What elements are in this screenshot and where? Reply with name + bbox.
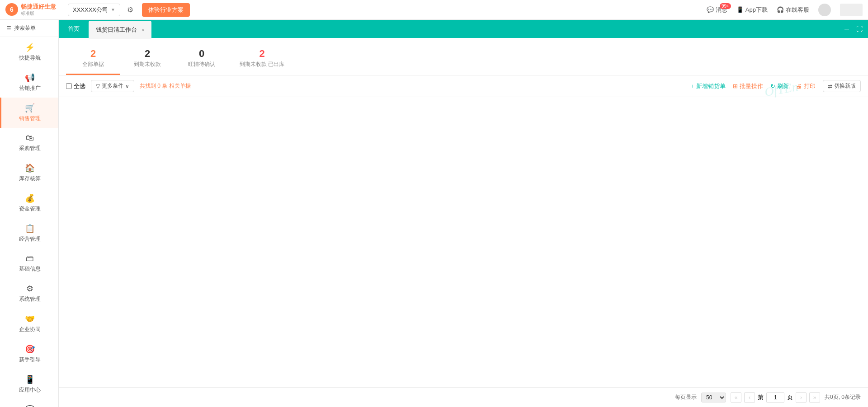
tab-active-label: 钱货日清工作台 bbox=[96, 26, 137, 34]
finance-icon: 💰 bbox=[25, 193, 35, 203]
stat-label-all: 全部单据 bbox=[77, 61, 109, 68]
quicknav-icon: ⚡ bbox=[25, 42, 35, 52]
app-download-label: App下载 bbox=[745, 6, 768, 14]
logo-icon: 6 bbox=[5, 3, 18, 16]
main-layout: ☰ 搜索菜单 ⚡ 快捷导航 📢 营销推广 🛒 销售管理 🛍 采购管理 🏠 库存核… bbox=[0, 20, 868, 407]
search-menu-label: 搜索菜单 bbox=[14, 24, 36, 32]
service-icon: 🎧 bbox=[777, 6, 784, 13]
add-icon: + bbox=[691, 83, 694, 89]
messages-button[interactable]: 💬 消息 99+ bbox=[707, 6, 727, 14]
sidebar-item-finance[interactable]: 💰 资金管理 bbox=[0, 188, 58, 218]
quicknav-label: 快捷导航 bbox=[19, 54, 41, 62]
filter-label: 更多条件 bbox=[102, 82, 123, 90]
batch-operation-button[interactable]: ⊞ 批量操作 bbox=[733, 82, 763, 90]
page-size-select[interactable]: 50 100 200 bbox=[701, 393, 726, 402]
stat-count-wangfu: 0 bbox=[185, 48, 218, 60]
guide-icon: 🎯 bbox=[25, 344, 35, 354]
switch-icon: ⇄ bbox=[828, 83, 832, 89]
sidebar-item-marketing[interactable]: 📢 营销推广 bbox=[0, 67, 58, 98]
tab-bar-right: ─ ⛶ bbox=[843, 24, 868, 33]
total-info: 共0页, 0条记录 bbox=[825, 393, 861, 401]
print-label: 打印 bbox=[804, 82, 816, 90]
sidebar-item-appstore[interactable]: 📱 应用中心 bbox=[0, 369, 58, 399]
sidebar-item-sales[interactable]: 🛒 销售管理 bbox=[0, 98, 58, 128]
tab-maximize-button[interactable]: ⛶ bbox=[854, 24, 864, 33]
stat-label-wangfu: 旺辅待确认 bbox=[185, 61, 218, 68]
page-first-button[interactable]: « bbox=[731, 392, 741, 403]
sales-label: 销售管理 bbox=[19, 115, 41, 122]
sidebar-item-system[interactable]: ⚙ 系统管理 bbox=[0, 278, 58, 309]
logo-sub-text: 标准版 bbox=[21, 10, 56, 16]
sidebar-item-guide[interactable]: 🎯 新手引导 bbox=[0, 339, 58, 369]
company-selector[interactable]: XXXXXX公司 ▼ bbox=[68, 4, 120, 16]
sidebar-item-quicknav[interactable]: ⚡ 快捷导航 bbox=[0, 37, 58, 67]
finance-label: 资金管理 bbox=[19, 205, 41, 213]
operations-label: 经营管理 bbox=[19, 235, 41, 243]
sales-icon: 🛒 bbox=[25, 103, 35, 113]
refresh-button[interactable]: ↻ 刷新 bbox=[770, 82, 789, 90]
page-label-pre: 第 bbox=[758, 393, 764, 402]
avatar[interactable] bbox=[818, 4, 831, 16]
add-sales-order-button[interactable]: + 新增销货单 bbox=[691, 82, 726, 90]
stat-count-all: 2 bbox=[77, 48, 109, 60]
company-dropdown-arrow: ▼ bbox=[111, 7, 115, 12]
stat-tab-all[interactable]: 2 全部单据 bbox=[66, 43, 120, 75]
tab-minimize-button[interactable]: ─ bbox=[843, 24, 851, 33]
page-input[interactable] bbox=[766, 392, 784, 403]
appstore-label: 应用中心 bbox=[19, 386, 41, 394]
table-area bbox=[59, 97, 868, 387]
tab-home[interactable]: 首页 bbox=[59, 20, 89, 38]
page-next-button[interactable]: › bbox=[796, 392, 807, 403]
inventory-icon: 🏠 bbox=[25, 163, 35, 173]
sidebar-item-enterprise[interactable]: 🤝 企业协同 bbox=[0, 309, 58, 339]
logo-main-text: 畅捷通好生意 bbox=[21, 3, 56, 11]
marketing-icon: 📢 bbox=[25, 73, 35, 83]
stat-tab-overdue[interactable]: 2 到期未收款 bbox=[120, 43, 175, 75]
filter-button[interactable]: ▽ 更多条件 ∨ bbox=[91, 80, 134, 92]
stat-count-shipped: 2 bbox=[240, 48, 284, 60]
company-name: XXXXXX公司 bbox=[73, 6, 108, 14]
refresh-icon: ↻ bbox=[770, 83, 775, 89]
trial-button[interactable]: 体验行业方案 bbox=[142, 3, 190, 17]
sidebar-item-search[interactable]: ☰ 搜索菜单 bbox=[0, 20, 58, 37]
batch-label: 批量操作 bbox=[740, 82, 763, 90]
settings-button[interactable]: ⚙ bbox=[124, 4, 137, 16]
tab-close-button[interactable]: × bbox=[142, 27, 144, 33]
page-nav: « ‹ 第 页 › » bbox=[731, 392, 820, 403]
pagination: 每页显示 50 100 200 « ‹ 第 页 › » bbox=[59, 387, 868, 407]
stat-tab-shipped[interactable]: 2 到期未收款 已出库 bbox=[229, 43, 295, 75]
user-name-placeholder[interactable] bbox=[840, 4, 863, 16]
batch-icon: ⊞ bbox=[733, 83, 738, 89]
operations-icon: 📋 bbox=[25, 224, 35, 234]
tab-active[interactable]: 钱货日清工作台 × bbox=[89, 21, 151, 39]
marketing-label: 营销推广 bbox=[19, 84, 41, 92]
search-icon: ☰ bbox=[6, 25, 11, 32]
found-count: 共找到 0 条 相关单据 bbox=[140, 82, 191, 90]
page-last-button[interactable]: » bbox=[809, 392, 820, 403]
page-inner: 2 全部单据 2 到期未收款 0 旺辅待确认 2 到期未收款 已出库 bbox=[59, 38, 868, 407]
app-download-button[interactable]: 📱 App下载 bbox=[736, 6, 768, 14]
tab-bar: 首页 钱货日清工作台 × ─ ⛶ bbox=[59, 20, 868, 38]
online-service-button[interactable]: 🎧 在线客服 bbox=[777, 6, 809, 14]
switch-label: 切换新版 bbox=[834, 82, 856, 90]
stat-tab-wangfu[interactable]: 0 旺辅待确认 bbox=[175, 43, 229, 75]
sidebar-item-inventory[interactable]: 🏠 库存核算 bbox=[0, 158, 58, 188]
select-all-checkbox[interactable]: 全选 bbox=[66, 82, 85, 90]
sidebar-item-basic[interactable]: 🗃 基础信息 bbox=[0, 248, 58, 278]
stat-count-overdue: 2 bbox=[131, 48, 164, 60]
switch-version-button[interactable]: ⇄ 切换新版 bbox=[823, 80, 861, 92]
toolbar-right: + 新增销货单 ⊞ 批量操作 ↻ 刷新 🖨 打 bbox=[691, 80, 861, 92]
print-button[interactable]: 🖨 打印 bbox=[796, 82, 816, 90]
weixin-icon: 💬 bbox=[25, 405, 35, 407]
sidebar-item-operations[interactable]: 📋 经营管理 bbox=[0, 218, 58, 248]
basic-icon: 🗃 bbox=[26, 254, 34, 263]
enterprise-icon: 🤝 bbox=[25, 314, 35, 324]
tab-home-label: 首页 bbox=[68, 25, 80, 33]
found-count-value: 0 bbox=[157, 83, 160, 89]
sidebar-item-purchase[interactable]: 🛍 采购管理 bbox=[0, 128, 58, 158]
page-prev-button[interactable]: ‹ bbox=[744, 392, 755, 403]
top-header: 6 畅捷通好生意 标准版 XXXXXX公司 ▼ ⚙ 体验行业方案 💬 消息 99… bbox=[0, 0, 868, 20]
checkbox-input[interactable] bbox=[66, 83, 72, 89]
stats-tabs: 2 全部单据 2 到期未收款 0 旺辅待确认 2 到期未收款 已出库 bbox=[59, 38, 868, 75]
sidebar-item-weixin[interactable]: 💬 企业微信 bbox=[0, 399, 58, 407]
